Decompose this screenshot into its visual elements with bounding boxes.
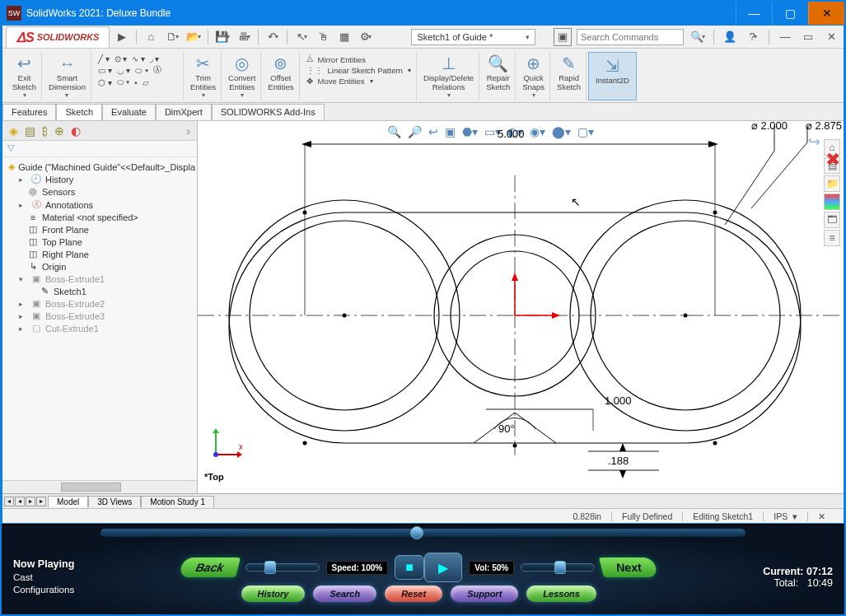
tree-item[interactable]: ✎Sketch1: [7, 285, 195, 297]
progress-track[interactable]: [100, 529, 746, 537]
move-button[interactable]: ✥ Move Entities ▾: [306, 76, 373, 86]
tree-item[interactable]: ◫Right Plane: [7, 248, 195, 260]
mouse-icon[interactable]: 🖱: [314, 28, 332, 46]
print-icon[interactable]: 🖶▾: [235, 28, 253, 46]
save-icon[interactable]: 💾▾: [213, 28, 231, 46]
now-playing: Now Playing Cast Configurations: [13, 558, 74, 597]
reset-button[interactable]: Reset: [385, 586, 442, 602]
sketch-drawing: [198, 126, 840, 488]
help-icon[interactable]: ?▾: [744, 28, 762, 46]
options-icon[interactable]: ⚙▾: [357, 28, 375, 46]
new-icon[interactable]: 🗋▾: [163, 28, 181, 46]
feature-tree-tab-icon[interactable]: ◈: [9, 124, 18, 138]
slot-tool[interactable]: ⬭ ▾: [117, 77, 130, 87]
search-icon[interactable]: 🔍▾: [689, 28, 707, 46]
repair-button[interactable]: 🔍Repair Sketch: [481, 52, 516, 100]
solidworks-logo[interactable]: ᐃSSOLIDWORKS: [6, 26, 110, 48]
exit-sketch-button[interactable]: ↩ Exit Sketch ▾: [7, 52, 42, 100]
volume-slider[interactable]: [521, 563, 595, 572]
inner-restore-button[interactable]: ▭: [799, 28, 817, 46]
tree-item[interactable]: ▸▣Boss-Extrude2: [7, 297, 195, 310]
text-tool[interactable]: Ⓐ: [153, 65, 161, 76]
search-input[interactable]: [577, 29, 684, 45]
graphics-area[interactable]: 🔍 🔎 ↩ ▣ ⬣▾ ▭▾ ◐▾ ◉▾ ⬤▾ ▢▾ ⌂ ▤ 📁 🗔: [198, 121, 844, 493]
tab-evaluate[interactable]: Evaluate: [102, 104, 156, 120]
status-units[interactable]: IPS ▾: [763, 511, 807, 521]
spline-tool[interactable]: ∿ ▾: [132, 54, 145, 63]
dim-tab-icon[interactable]: ⊕: [54, 124, 64, 138]
undo-icon[interactable]: ↶▾: [264, 28, 282, 46]
tab-dimxpert[interactable]: DimXpert: [156, 104, 212, 120]
circle-tool[interactable]: ⊙ ▾: [115, 54, 128, 63]
mirror-button[interactable]: ⧊ Mirror Entities: [306, 54, 367, 65]
history-button[interactable]: History: [241, 586, 306, 602]
inner-minimize-button[interactable]: —: [776, 28, 794, 46]
point-tool[interactable]: •: [134, 78, 137, 87]
lessons-button[interactable]: Lessons: [526, 586, 596, 602]
offset-button[interactable]: ⊚Offset Entities: [263, 52, 299, 100]
app-icon: SW: [7, 6, 21, 21]
tree-root[interactable]: ◈Guide ("Machined Guide"<<Default>_Displ…: [7, 161, 195, 173]
tab-addins[interactable]: SOLIDWORKS Add-Ins: [212, 104, 325, 120]
trim-button[interactable]: ✂Trim Entities▾: [185, 52, 222, 100]
smart-dimension-button[interactable]: ↔ Smart Dimension ▾: [44, 52, 91, 100]
arc-tool[interactable]: ◡ ▾: [117, 66, 131, 75]
fillet-tool[interactable]: ◞ ▾: [150, 54, 160, 63]
breadcrumb[interactable]: Sketch1 of Guide * ▾: [411, 29, 535, 45]
search-button[interactable]: Search: [313, 586, 376, 602]
minimize-button[interactable]: —: [736, 2, 772, 25]
quick-snaps-button[interactable]: ⊕Quick Snaps▾: [517, 52, 550, 100]
rapid-sketch-button[interactable]: ✎Rapid Sketch: [552, 52, 587, 100]
line-tool[interactable]: ╱ ▾: [98, 54, 110, 63]
user-icon[interactable]: 👤: [721, 28, 739, 46]
display-relations-button[interactable]: ⊥Display/Delete Relations▾: [418, 52, 479, 100]
model-tab[interactable]: Model: [48, 496, 88, 507]
home-icon[interactable]: ⌂: [142, 28, 160, 46]
instant2d-button[interactable]: ⇲Instant2D: [588, 52, 637, 100]
tree-item[interactable]: ▾▣Boss-Extrude1: [7, 273, 195, 285]
tab-features[interactable]: Features: [2, 104, 56, 120]
maximize-button[interactable]: ▢: [772, 2, 808, 25]
speed-slider[interactable]: [245, 563, 320, 572]
inner-close-button[interactable]: ✕: [822, 28, 840, 46]
play-button[interactable]: ▶: [424, 553, 462, 582]
convert-button[interactable]: ◎Convert Entities▾: [223, 52, 261, 100]
config-tab-icon[interactable]: ₿: [42, 124, 48, 138]
3dviews-tab[interactable]: 3D Views: [88, 496, 141, 507]
status-extra-icon[interactable]: ✕: [807, 511, 835, 521]
tree-item[interactable]: ◫Front Plane: [7, 223, 195, 236]
tree-item[interactable]: ▸▢Cut-Extrude1: [7, 322, 195, 334]
tree-item[interactable]: ▸🕘History: [7, 173, 195, 185]
cursor-icon: ↖: [571, 195, 581, 208]
stop-button[interactable]: ■: [395, 555, 424, 580]
tree-item[interactable]: ◎Sensors: [7, 185, 195, 198]
motion-tab[interactable]: Motion Study 1: [141, 496, 214, 507]
dim-1000: 1.000: [605, 394, 632, 407]
rect-tool[interactable]: ▭ ▾: [98, 66, 112, 75]
property-tab-icon[interactable]: ▤: [25, 124, 35, 138]
ellipse-tool[interactable]: ⬭ ▾: [135, 66, 148, 76]
plane-tool[interactable]: ▱: [143, 78, 149, 87]
next-button[interactable]: Next: [599, 558, 658, 577]
filter-row[interactable]: ▽: [2, 141, 197, 157]
tree-item[interactable]: ↳Origin: [7, 260, 195, 273]
back-button[interactable]: Back: [179, 558, 241, 577]
expand-icon[interactable]: ▶: [113, 28, 131, 46]
tab-sketch[interactable]: Sketch: [56, 104, 102, 120]
search-toggle-icon[interactable]: ▣: [554, 28, 572, 46]
appearance-tab-icon[interactable]: ◐: [71, 124, 81, 138]
sidebar-horizontal-scrollbar[interactable]: [2, 480, 197, 493]
layout-icon[interactable]: ▦: [335, 28, 353, 46]
collapse-sidebar-icon[interactable]: ›: [186, 124, 190, 138]
open-icon[interactable]: 📂▾: [185, 28, 203, 46]
tab-nav-buttons[interactable]: ◂◂▸▸: [2, 497, 48, 506]
support-button[interactable]: Support: [451, 586, 518, 602]
pattern-button[interactable]: ⋮⋮ Linear Sketch Pattern ▾: [306, 65, 411, 76]
tree-item[interactable]: ≡Material <not specified>: [7, 212, 195, 223]
tree-item[interactable]: ▸▣Boss-Extrude3: [7, 310, 195, 322]
tree-item[interactable]: ◫Top Plane: [7, 236, 195, 248]
poly-tool[interactable]: ⬡ ▾: [98, 78, 112, 87]
close-button[interactable]: ✕: [808, 2, 844, 25]
tree-item[interactable]: ▸ⒶAnnotations: [7, 198, 195, 212]
select-icon[interactable]: ↖▾: [292, 28, 311, 46]
